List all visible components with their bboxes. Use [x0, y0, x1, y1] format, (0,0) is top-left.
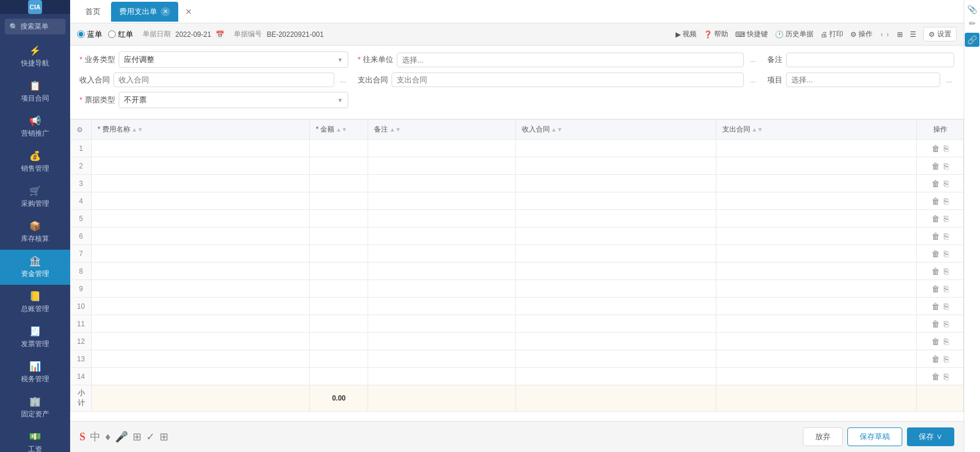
- amount-cell[interactable]: [310, 350, 368, 368]
- income-contract-cell[interactable]: [515, 368, 716, 385]
- copy-row-button[interactable]: ⎘: [944, 232, 948, 241]
- expense-contract-cell[interactable]: [716, 245, 916, 263]
- amount-cell[interactable]: [310, 227, 368, 245]
- income-contract-cell[interactable]: [515, 350, 716, 368]
- delete-row-button[interactable]: 🗑: [931, 249, 940, 258]
- expense-name-cell[interactable]: [92, 280, 310, 298]
- tab-home[interactable]: 首页: [77, 2, 109, 22]
- note-cell[interactable]: [368, 245, 515, 263]
- tab-expense[interactable]: 费用支出单 ✕: [111, 2, 178, 22]
- income-contract-cell[interactable]: [515, 315, 716, 333]
- delete-row-button[interactable]: 🗑: [931, 337, 940, 346]
- operations-button[interactable]: ⚙ 操作: [850, 29, 872, 39]
- expense-contract-input[interactable]: [392, 73, 744, 87]
- sidebar-item-quick-nav[interactable]: ⚡ 快捷导航: [0, 39, 70, 74]
- expense-name-cell[interactable]: [92, 192, 310, 210]
- grid-view-button[interactable]: ⊞: [897, 30, 903, 39]
- copy-row-button[interactable]: ⎘: [944, 372, 948, 381]
- copy-row-button[interactable]: ⎘: [944, 144, 948, 153]
- table-settings-icon[interactable]: ⚙: [77, 126, 83, 134]
- delete-row-button[interactable]: 🗑: [931, 354, 940, 364]
- amount-cell[interactable]: [310, 315, 368, 333]
- amount-cell[interactable]: [310, 175, 368, 192]
- expense-contract-cell[interactable]: [716, 210, 916, 227]
- expense-contract-cell[interactable]: [716, 263, 916, 280]
- amount-cell[interactable]: [310, 210, 368, 227]
- expense-contract-cell[interactable]: [716, 350, 916, 368]
- amount-cell[interactable]: [310, 298, 368, 315]
- copy-row-button[interactable]: ⎘: [944, 249, 948, 258]
- expense-name-cell[interactable]: [92, 333, 310, 350]
- amount-cell[interactable]: [310, 157, 368, 175]
- th-note[interactable]: 备注 ▲▼: [368, 120, 515, 140]
- expense-name-cell[interactable]: [92, 368, 310, 385]
- radio-blue-input[interactable]: [77, 30, 85, 38]
- note-cell[interactable]: [368, 333, 515, 350]
- income-contract-cell[interactable]: [515, 245, 716, 263]
- calendar-icon[interactable]: 📅: [216, 30, 224, 39]
- th-income-contract[interactable]: 收入合同 ▲▼: [515, 120, 716, 140]
- amount-cell[interactable]: [310, 245, 368, 263]
- expense-contract-cell[interactable]: [716, 280, 916, 298]
- copy-row-button[interactable]: ⎘: [944, 337, 948, 346]
- copy-row-button[interactable]: ⎘: [944, 196, 948, 206]
- delete-row-button[interactable]: 🗑: [931, 144, 940, 153]
- print-button[interactable]: 🖨 打印: [820, 29, 843, 39]
- note-input[interactable]: [786, 53, 954, 67]
- expense-contract-cell[interactable]: [716, 140, 916, 157]
- delete-row-button[interactable]: 🗑: [931, 179, 940, 188]
- income-contract-cell[interactable]: [515, 140, 716, 157]
- sidebar-item-invoice[interactable]: 🧾 发票管理: [0, 320, 70, 355]
- mic-icon[interactable]: 🎤: [115, 430, 128, 443]
- sidebar-item-fixed-assets[interactable]: 🏢 固定资产: [0, 390, 70, 425]
- win-close-button[interactable]: ✕: [185, 7, 192, 16]
- income-contract-cell[interactable]: [515, 298, 716, 315]
- sidebar-item-marketing[interactable]: 📢 营销推广: [0, 109, 70, 144]
- th-amount[interactable]: * 金额 ▲▼: [310, 120, 368, 140]
- expense-contract-cell[interactable]: [716, 192, 916, 210]
- expense-contract-cell[interactable]: [716, 298, 916, 315]
- project-more-button[interactable]: ...: [944, 76, 954, 84]
- video-button[interactable]: ▶ 视频: [676, 29, 697, 39]
- payee-input[interactable]: [397, 53, 744, 67]
- diamond-icon[interactable]: ♦: [105, 431, 110, 443]
- zhong-icon[interactable]: 中: [90, 430, 101, 444]
- amount-cell[interactable]: [310, 140, 368, 157]
- expense-name-cell[interactable]: [92, 175, 310, 192]
- copy-row-button[interactable]: ⎘: [944, 161, 948, 171]
- amount-cell[interactable]: [310, 263, 368, 280]
- sidebar-item-capital[interactable]: 🏦 资金管理: [0, 250, 70, 285]
- note-cell[interactable]: [368, 210, 515, 227]
- copy-row-button[interactable]: ⎘: [944, 302, 948, 311]
- expense-name-cell[interactable]: [92, 227, 310, 245]
- close-tab-icon[interactable]: ✕: [161, 7, 170, 16]
- delete-row-button[interactable]: 🗑: [931, 232, 940, 241]
- expense-name-cell[interactable]: [92, 140, 310, 157]
- delete-row-button[interactable]: 🗑: [931, 214, 940, 223]
- right-panel-attachment-icon[interactable]: 📎: [967, 5, 977, 14]
- amount-cell[interactable]: [310, 333, 368, 350]
- delete-row-button[interactable]: 🗑: [931, 196, 940, 206]
- th-expense-name[interactable]: * 费用名称 ▲▼: [92, 120, 310, 140]
- discard-button[interactable]: 放弃: [803, 427, 843, 446]
- radio-red-input[interactable]: [108, 30, 116, 38]
- expense-contract-more-button[interactable]: ...: [747, 76, 758, 84]
- income-contract-more-button[interactable]: ...: [338, 76, 348, 84]
- expense-contract-cell[interactable]: [716, 157, 916, 175]
- invoice-type-select[interactable]: 不开票 ▼: [119, 92, 348, 108]
- note-cell[interactable]: [368, 227, 515, 245]
- note-cell[interactable]: [368, 192, 515, 210]
- expense-name-cell[interactable]: [92, 298, 310, 315]
- income-contract-cell[interactable]: [515, 333, 716, 350]
- radio-red[interactable]: 红单: [108, 29, 133, 40]
- shortcuts-button[interactable]: ⌨ 快捷键: [735, 29, 768, 39]
- right-panel-active-icon[interactable]: 🔗: [965, 33, 979, 47]
- business-type-select[interactable]: 应付调整 ▼: [119, 51, 348, 68]
- income-contract-cell[interactable]: [515, 157, 716, 175]
- settings-button[interactable]: ⚙ 设置: [923, 27, 957, 42]
- sidebar-item-sales[interactable]: 💰 销售管理: [0, 144, 70, 180]
- expense-name-cell[interactable]: [92, 315, 310, 333]
- copy-row-button[interactable]: ⎘: [944, 284, 948, 294]
- sidebar-item-project-contract[interactable]: 📋 项目合同: [0, 74, 70, 109]
- expense-name-cell[interactable]: [92, 263, 310, 280]
